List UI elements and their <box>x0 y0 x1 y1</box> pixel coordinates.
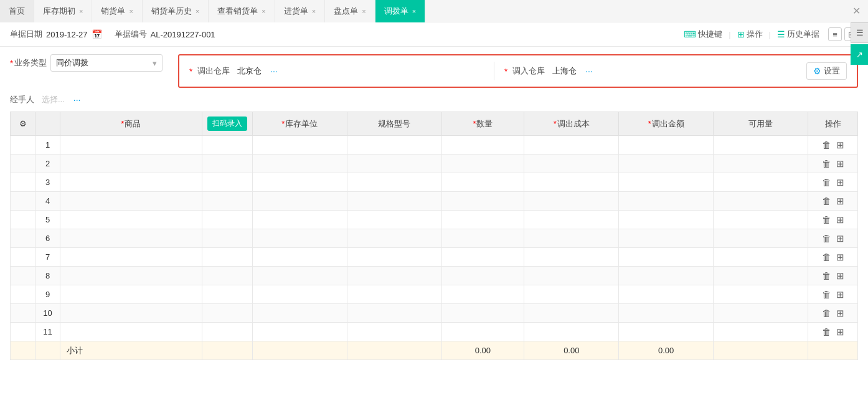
table-wrapper: ⚙ *商品 扫码录入 *库存单位 规格型号 *数量 <box>10 112 858 360</box>
in-warehouse-field: * 调入仓库 上海仓 ··· <box>504 65 799 77</box>
settings-icon: ⚙ <box>813 66 821 76</box>
tab-sales-order[interactable]: 销货单 × <box>92 0 142 22</box>
person-more-button[interactable]: ··· <box>73 95 81 105</box>
tab-close-view-sales[interactable]: × <box>262 7 265 15</box>
copy-icon[interactable]: ⊞ <box>836 140 844 151</box>
copy-icon[interactable]: ⊞ <box>836 177 844 188</box>
tab-purchase-order[interactable]: 进货单 × <box>275 0 325 22</box>
out-warehouse-more-button[interactable]: ··· <box>270 66 278 76</box>
tab-close-transfer[interactable]: × <box>412 7 416 15</box>
number-field: 单据编号 AL-20191227-001 <box>115 29 215 40</box>
th-product: *商品 <box>60 112 202 136</box>
tab-sales-history[interactable]: 销货单历史 × <box>143 0 209 22</box>
table-row: 4🗑⊞ <box>11 192 858 211</box>
history-button[interactable]: ☰ 历史单据 <box>777 29 819 40</box>
out-warehouse-label: 调出仓库 <box>197 65 230 77</box>
th-scan: 扫码录入 <box>202 112 252 136</box>
th-spec: 规格型号 <box>347 112 441 136</box>
business-type-section: * 业务类型 同价调拨 ▾ <box>10 54 172 72</box>
copy-icon[interactable]: ⊞ <box>836 252 844 263</box>
copy-icon[interactable]: ⊞ <box>836 158 844 169</box>
copy-icon[interactable]: ⊞ <box>836 326 844 338</box>
business-type-select[interactable]: 同价调拨 ▾ <box>50 54 163 72</box>
th-action: 操作 <box>808 112 858 136</box>
delete-icon[interactable]: 🗑 <box>822 177 831 188</box>
th-num <box>35 112 60 136</box>
tab-home[interactable]: 首页 <box>0 0 34 22</box>
tab-transfer[interactable]: 调拨单 × <box>375 0 425 22</box>
person-row: 经手人 选择... ··· <box>10 94 858 105</box>
out-warehouse-field: * 调出仓库 北京仓 ··· <box>189 65 484 77</box>
tab-close-inventory-check[interactable]: × <box>362 7 366 15</box>
warehouse-section: * 调出仓库 北京仓 ··· * 调入仓库 上海仓 ··· ⚙ 设置 <box>178 54 858 88</box>
actions-icon: ⊞ <box>737 29 745 39</box>
tab-close-sales-history[interactable]: × <box>196 7 199 15</box>
delete-icon[interactable]: 🗑 <box>822 158 831 169</box>
toolbar-right: ⌨ 快捷键 | ⊞ 操作 | ☰ 历史单据 ≡ ⊞ <box>684 27 858 41</box>
copy-icon[interactable]: ⊞ <box>836 270 844 282</box>
delete-icon[interactable]: 🗑 <box>822 214 831 225</box>
table-row: 10🗑⊞ <box>11 304 858 323</box>
tab-close-inventory-init[interactable]: × <box>79 7 83 15</box>
tab-view-sales[interactable]: 查看销货单 × <box>209 0 275 22</box>
table-row: 5🗑⊞ <box>11 211 858 229</box>
business-type-label: 业务类型 <box>14 57 47 69</box>
in-warehouse-value: 上海仓 <box>552 65 577 77</box>
delete-icon[interactable]: 🗑 <box>822 252 831 262</box>
history-icon: ☰ <box>777 29 785 39</box>
th-gear[interactable]: ⚙ <box>11 112 35 136</box>
gear-header-icon[interactable]: ⚙ <box>19 119 27 128</box>
person-label: 经手人 <box>10 94 34 105</box>
business-type-arrow-icon: ▾ <box>153 59 157 68</box>
number-value: AL-20191227-001 <box>151 30 215 39</box>
copy-icon[interactable]: ⊞ <box>836 214 844 226</box>
warehouse-divider <box>494 62 494 80</box>
data-table: ⚙ *商品 扫码录入 *库存单位 规格型号 *数量 <box>10 112 858 360</box>
delete-icon[interactable]: 🗑 <box>822 233 831 244</box>
delete-icon[interactable]: 🗑 <box>822 270 831 281</box>
in-warehouse-more-button[interactable]: ··· <box>585 66 593 76</box>
th-unit: *库存单位 <box>252 112 347 136</box>
number-label: 单据编号 <box>115 29 147 40</box>
right-panel-export-button[interactable]: ↗ <box>851 44 868 65</box>
delete-icon[interactable]: 🗑 <box>822 308 831 318</box>
layout-list-button[interactable]: ≡ <box>828 27 842 41</box>
tab-bar-close-button[interactable]: ✕ <box>845 5 868 17</box>
person-placeholder[interactable]: 选择... <box>42 94 65 105</box>
tab-inventory-init[interactable]: 库存期初 × <box>34 0 92 22</box>
right-panel: ☰ ↗ <box>851 22 868 66</box>
content-area: * 业务类型 同价调拨 ▾ * 调出仓库 北京仓 ··· * 调入仓库 上海仓 … <box>0 47 868 368</box>
scan-button[interactable]: 扫码录入 <box>207 117 247 131</box>
form-row-1: * 业务类型 同价调拨 ▾ * 调出仓库 北京仓 ··· * 调入仓库 上海仓 … <box>10 54 858 88</box>
tab-bar: 首页 库存期初 × 销货单 × 销货单历史 × 查看销货单 × 进货单 × 盘点… <box>0 0 868 22</box>
settings-button[interactable]: ⚙ 设置 <box>806 62 847 80</box>
subtotal-row: 小计 0.00 0.00 0.00 <box>11 341 858 360</box>
copy-icon[interactable]: ⊞ <box>836 196 844 207</box>
table-row: 6🗑⊞ <box>11 229 858 248</box>
delete-icon[interactable]: 🗑 <box>822 289 831 300</box>
copy-icon[interactable]: ⊞ <box>836 308 844 319</box>
date-label: 单据日期 <box>10 29 42 40</box>
shortcuts-button[interactable]: ⌨ 快捷键 <box>684 29 722 40</box>
actions-button[interactable]: ⊞ 操作 <box>737 29 763 40</box>
th-qty: *数量 <box>441 112 524 136</box>
shortcuts-icon: ⌨ <box>684 29 696 39</box>
tab-close-sales-order[interactable]: × <box>129 7 133 15</box>
th-amount: *调出金额 <box>619 112 714 136</box>
tab-close-purchase[interactable]: × <box>312 7 316 15</box>
toolbar: 单据日期 2019-12-27 📅 单据编号 AL-20191227-001 ⌨… <box>0 22 868 47</box>
out-warehouse-value: 北京仓 <box>237 65 262 77</box>
tab-inventory-check[interactable]: 盘点单 × <box>325 0 375 22</box>
table-row: 3🗑⊞ <box>11 173 858 192</box>
calendar-icon[interactable]: 📅 <box>92 29 102 39</box>
delete-icon[interactable]: 🗑 <box>822 196 831 206</box>
copy-icon[interactable]: ⊞ <box>836 289 844 300</box>
th-cost: *调出成本 <box>524 112 619 136</box>
date-field: 单据日期 2019-12-27 📅 <box>10 29 102 40</box>
table-row: 1🗑⊞ <box>11 136 858 155</box>
delete-icon[interactable]: 🗑 <box>822 326 831 337</box>
delete-icon[interactable]: 🗑 <box>822 140 831 150</box>
table-row: 11🗑⊞ <box>11 323 858 341</box>
right-panel-list-button[interactable]: ☰ <box>851 22 868 43</box>
copy-icon[interactable]: ⊞ <box>836 233 844 244</box>
